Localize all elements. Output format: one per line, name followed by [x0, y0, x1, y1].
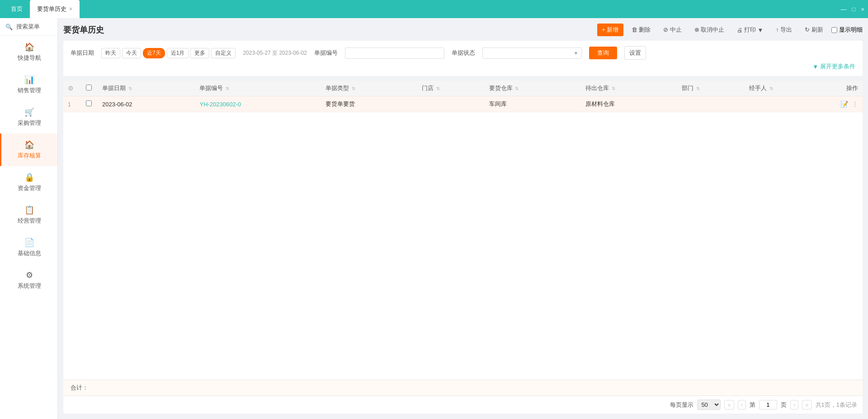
page-title: 要货单历史	[63, 24, 597, 35]
row-docno-cell: YH-20230602-0	[195, 96, 321, 112]
expand-filter-btn[interactable]: ▼ 展开更多条件	[812, 62, 855, 71]
row-date-cell: 2023-06-02	[98, 96, 195, 112]
sidebar-item-finance[interactable]: 🔒 资金管理	[0, 166, 57, 199]
action-col-label: 操作	[846, 85, 858, 91]
table-row: 1 2023-06-02 YH-20230602-0 要货单要货 车间库 原材料…	[63, 96, 863, 112]
docno-col-label: 单据编号	[199, 85, 223, 91]
row-reqwarehouse-cell: 车间库	[485, 96, 581, 112]
filter-area: 单据日期 昨天 今天 近7天 近1月 更多 自定义 2023-05-27 至 2…	[63, 41, 863, 76]
refresh-button[interactable]: ↻ 刷新	[800, 24, 828, 36]
query-button[interactable]: 查询	[589, 47, 617, 59]
settings-btn[interactable]: 设置	[624, 46, 646, 60]
select-all-checkbox[interactable]	[86, 85, 92, 90]
export-button[interactable]: ↑ 导出	[771, 24, 797, 36]
reqwarehouse-sort-icon[interactable]: ⇅	[515, 86, 519, 91]
sidebar-search[interactable]: 🔍 搜索菜单	[0, 18, 57, 36]
table-head: ⚙ 单据日期 ⇅ 单据编号 ⇅	[63, 81, 863, 96]
tab-close-icon[interactable]: ×	[69, 6, 72, 12]
page-header: 要货单历史 + 新增 🗑 删除 ⊘ 中止 ⊗ 取消中止 🖨 打印 ▼ ↑ 导出 …	[63, 24, 863, 36]
row-more-icon[interactable]: ⋮	[852, 100, 858, 108]
row-num: 1	[68, 101, 71, 108]
main-layout: 🔍 搜索菜单 🏠 快捷导航 📊 销售管理 🛒 采购管理 🏠 库存核算 🔒 资金管…	[0, 18, 868, 419]
row-checkbox[interactable]	[86, 100, 92, 106]
docno-sort-icon[interactable]: ⇅	[226, 86, 229, 91]
row-edit-icon[interactable]: 📝	[840, 100, 848, 108]
delete-button[interactable]: 🗑 删除	[627, 24, 656, 36]
handler-sort-icon[interactable]: ⇅	[769, 86, 773, 91]
date-btn-7days[interactable]: 近7天	[143, 48, 165, 58]
table-header-row: ⚙ 单据日期 ⇅ 单据编号 ⇅	[63, 81, 863, 96]
tab-home[interactable]: 首页	[4, 0, 30, 18]
row-dept-cell	[677, 96, 745, 112]
status-select[interactable]	[482, 48, 582, 59]
print-button[interactable]: 🖨 打印 ▼	[732, 24, 768, 36]
sidebar-item-inventory[interactable]: 🏠 库存核算	[0, 133, 57, 166]
row-handler-cell	[745, 96, 826, 112]
sidebar-item-ops[interactable]: 📋 经营管理	[0, 199, 57, 231]
main-content: 要货单历史 + 新增 🗑 删除 ⊘ 中止 ⊗ 取消中止 🖨 打印 ▼ ↑ 导出 …	[58, 18, 868, 419]
doctype-sort-icon[interactable]: ⇅	[352, 86, 355, 91]
last-page-btn[interactable]: »	[802, 400, 811, 409]
print-dropdown-icon: ▼	[757, 27, 763, 33]
table-settings-icon[interactable]: ⚙	[68, 85, 74, 92]
date-btn-more[interactable]: 更多	[190, 48, 209, 58]
minimize-icon[interactable]: —	[841, 6, 847, 13]
window-controls: — □ ×	[841, 6, 864, 13]
inventory-icon: 🏠	[24, 140, 34, 150]
next-page-btn[interactable]: ›	[790, 400, 798, 409]
reqwarehouse-col-label: 要货仓库	[489, 85, 513, 91]
close-window-icon[interactable]: ×	[861, 6, 864, 13]
filter-expand-row: ▼ 展开更多条件	[71, 62, 855, 71]
show-detail-checkbox-wrap[interactable]: 显示明细	[831, 26, 863, 34]
tab-purchase-history[interactable]: 要货单历史 ×	[30, 0, 80, 18]
date-btn-custom[interactable]: 自定义	[211, 48, 236, 58]
add-button[interactable]: + 新增	[597, 24, 623, 36]
table-footer: 合计：	[63, 380, 863, 395]
row-docno-link[interactable]: YH-20230602-0	[199, 101, 241, 108]
pendingwarehouse-sort-icon[interactable]: ⇅	[612, 86, 615, 91]
sidebar-item-basic-info[interactable]: 📄 基础信息	[0, 231, 57, 264]
stop-button[interactable]: ⊘ 中止	[659, 24, 686, 36]
sidebar-item-sales-mgmt[interactable]: 📊 销售管理	[0, 68, 57, 101]
search-icon: 🔍	[5, 24, 13, 30]
cancel-stop-button[interactable]: ⊗ 取消中止	[690, 24, 729, 36]
col-pendingwarehouse-header: 待出仓库 ⇅	[581, 81, 677, 96]
page-size-select[interactable]: 20 50 100 200	[697, 400, 721, 410]
store-sort-icon[interactable]: ⇅	[436, 86, 440, 91]
page-input[interactable]	[759, 400, 777, 409]
prev-page-btn[interactable]: ‹	[738, 400, 746, 409]
filter-row-1: 单据日期 昨天 今天 近7天 近1月 更多 自定义 2023-05-27 至 2…	[71, 46, 855, 60]
doc-no-input[interactable]	[345, 48, 444, 59]
pagination: 每页显示 20 50 100 200 « ‹ 第 页 › » 共1页，1条记录	[63, 395, 863, 414]
col-dept-header: 部门 ⇅	[677, 81, 745, 96]
sidebar-item-quick-nav[interactable]: 🏠 快捷导航	[0, 36, 57, 68]
show-detail-label: 显示明细	[839, 26, 863, 34]
show-detail-checkbox[interactable]	[831, 27, 837, 33]
sidebar-item-sys-mgmt[interactable]: ⚙ 系统管理	[0, 264, 57, 296]
print-icon: 🖨	[737, 27, 743, 33]
top-nav: 首页 要货单历史 × — □ ×	[0, 0, 868, 18]
dept-sort-icon[interactable]: ⇅	[696, 86, 700, 91]
page-unit: 页	[781, 401, 787, 409]
first-page-btn[interactable]: «	[724, 400, 734, 409]
date-btn-1month[interactable]: 近1月	[167, 48, 189, 58]
date-sort-icon[interactable]: ⇅	[128, 86, 132, 91]
row-pendingwarehouse-cell: 原材料仓库	[581, 96, 677, 112]
toolbar: + 新增 🗑 删除 ⊘ 中止 ⊗ 取消中止 🖨 打印 ▼ ↑ 导出 ↻ 刷新 显…	[597, 24, 863, 36]
date-btns: 昨天 今天 近7天 近1月 更多 自定义	[101, 48, 236, 58]
doc-no-label: 单据编号	[314, 49, 338, 57]
page-goto-label: 第	[750, 401, 755, 409]
basic-info-icon: 📄	[24, 238, 34, 248]
maximize-icon[interactable]: □	[852, 6, 856, 13]
date-btn-today[interactable]: 今天	[122, 48, 141, 58]
doctype-col-label: 单据类型	[326, 85, 349, 91]
date-col-label: 单据日期	[102, 85, 126, 91]
data-table: ⚙ 单据日期 ⇅ 单据编号 ⇅	[63, 81, 863, 112]
sidebar-item-purchase-mgmt[interactable]: 🛒 采购管理	[0, 101, 57, 133]
status-label: 单据状态	[452, 49, 475, 57]
row-checkbox-cell	[81, 96, 98, 112]
date-btn-yesterday[interactable]: 昨天	[101, 48, 120, 58]
col-handler-header: 经手人 ⇅	[745, 81, 826, 96]
col-settings: ⚙	[63, 81, 81, 96]
table-wrap: ⚙ 单据日期 ⇅ 单据编号 ⇅	[63, 81, 863, 414]
